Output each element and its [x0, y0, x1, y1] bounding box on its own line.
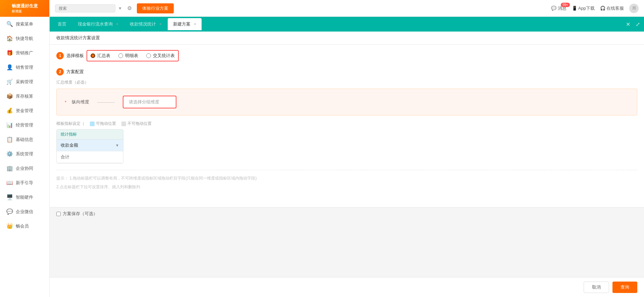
template-cross-option[interactable]: 交叉统计表	[146, 53, 175, 59]
sidebar-item-base-info[interactable]: 📋 基础信息	[0, 132, 49, 147]
step2-header: 2 方案配置	[56, 68, 637, 76]
required-star: *	[65, 100, 66, 105]
metrics-section: 模板指标设定（ 可拖动位置 不可拖动位置 统计指标	[56, 121, 637, 164]
notification-button[interactable]: 💬 消息 99+	[551, 5, 567, 11]
tab-new-plan-label: 新建方案	[173, 21, 191, 27]
step2-section: 2 方案配置 汇总维度（必选） * 纵向维度 ———— 请选择分组维度	[56, 68, 637, 195]
sidebar-item-member[interactable]: 👑 畅会员	[0, 219, 49, 233]
user-avatar[interactable]: 用	[629, 4, 639, 13]
sidebar-item-label: 营销推广	[16, 50, 33, 56]
step1-title: 选择模板	[66, 53, 84, 59]
sidebar-item-search-menu[interactable]: 🔍 搜索菜单	[0, 17, 49, 31]
tab-bank-flow-close[interactable]: ×	[116, 22, 118, 27]
home-icon: 🏠	[6, 35, 13, 42]
topbar-right: 💬 消息 99+ 📱 App下载 🎧 在线客服 用	[551, 4, 639, 13]
template-summary-radio[interactable]	[91, 53, 95, 58]
maximize-button[interactable]: ⤢	[634, 20, 641, 29]
dropdown-arrow-icon[interactable]: ▼	[118, 6, 122, 11]
template-options: 汇总表 明细表 交叉统计表	[87, 50, 179, 61]
message-icon: 💬	[551, 6, 556, 11]
cancel-button[interactable]: 取消	[584, 282, 609, 293]
box-icon: 📦	[6, 93, 13, 99]
settings-button[interactable]: ⚙	[125, 4, 134, 13]
page-content: 收款情况统计方案设置 1 选择模板 汇总表 明细表	[50, 32, 644, 277]
try-industry-button[interactable]: 体验行业方案	[137, 3, 174, 13]
metrics-subtotal: 合计	[57, 151, 123, 163]
sidebar-item-wechat[interactable]: 💬 企业微信	[0, 204, 49, 219]
sidebar-item-system[interactable]: ⚙️ 系统管理	[0, 147, 49, 161]
template-cross-radio[interactable]	[146, 53, 151, 58]
step1-section: 1 选择模板 汇总表 明细表 交叉统计表	[56, 50, 637, 61]
book-icon: 📖	[6, 180, 13, 186]
topbar: ▼ ⚙ 体验行业方案 💬 消息 99+ 📱 App下载 🎧 在线客服 用	[50, 0, 644, 17]
sidebar-item-quick-nav[interactable]: 🏠 快捷导航	[0, 31, 49, 46]
query-button[interactable]: 查询	[612, 282, 637, 293]
step2-title: 方案配置	[66, 69, 84, 75]
sidebar-item-operations[interactable]: 📊 经营管理	[0, 118, 49, 132]
app-name: 畅捷通好生意	[12, 3, 38, 9]
close-all-tabs-button[interactable]: ✕	[625, 20, 632, 29]
tab-new-plan-close[interactable]: ×	[194, 22, 196, 27]
app-version: 标准版	[12, 9, 38, 14]
template-summary-label: 汇总表	[97, 53, 110, 59]
sidebar-item-label: 资金管理	[16, 108, 33, 114]
sidebar-item-label: 经营管理	[16, 122, 33, 128]
sidebar-item-marketing[interactable]: 🎁 营销推广	[0, 46, 49, 60]
sidebar-item-guide[interactable]: 📖 新手引导	[0, 176, 49, 190]
app-logo: 畅捷通好生意 标准版	[0, 0, 49, 17]
sidebar-item-corp[interactable]: 🏢 企业协同	[0, 161, 49, 176]
tab-home-label: 首页	[58, 21, 66, 27]
sidebar-item-finance[interactable]: 💰 资金管理	[0, 103, 49, 118]
sidebar-item-purchase[interactable]: 🛒 采购管理	[0, 75, 49, 89]
metrics-table: 统计指标 收款金额 ▼ 合计	[56, 129, 123, 163]
metrics-setting-label: 模板指标设定（	[56, 121, 85, 127]
template-cross-label: 交叉统计表	[153, 53, 175, 59]
template-summary-option[interactable]: 汇总表	[91, 53, 110, 59]
service-icon: 🎧	[600, 6, 605, 11]
template-detail-option[interactable]: 明细表	[118, 53, 138, 59]
sidebar-item-label: 企业微信	[16, 209, 33, 215]
cart-icon: 🛒	[6, 79, 13, 85]
sidebar-item-inventory[interactable]: 📦 库存核算	[0, 89, 49, 103]
tab-new-plan[interactable]: 新建方案 ×	[168, 18, 202, 30]
sidebar-item-label: 快捷导航	[16, 36, 33, 42]
avatar-text: 用	[632, 6, 636, 11]
search-menu-icon: 🔍	[6, 21, 13, 27]
fixed-legend-item: 不可拖动位置	[121, 121, 152, 127]
sidebar-item-hardware[interactable]: 🖥️ 智能硬件	[0, 190, 49, 204]
tab-bank-flow[interactable]: 现金银行流水查询 ×	[72, 18, 124, 30]
user-icon: 👤	[6, 64, 13, 70]
save-checkbox[interactable]	[56, 212, 61, 216]
tab-home[interactable]: 首页	[52, 18, 72, 30]
metrics-collection-dropdown-icon[interactable]: ▼	[115, 143, 119, 147]
sidebar-item-sales[interactable]: 👤 销售管理	[0, 60, 49, 75]
sidebar-item-label: 新手引导	[16, 180, 33, 186]
tab-collection-stat-label: 收款情况统计	[130, 21, 156, 27]
tabbar-actions: ✕ ⤢	[625, 20, 641, 29]
metrics-row-collection[interactable]: 收款金额 ▼	[57, 140, 123, 151]
fixed-label: 不可拖动位置	[127, 121, 152, 127]
metrics-subtotal-label: 合计	[61, 154, 69, 159]
step2-badge: 2	[56, 68, 64, 76]
template-detail-label: 明细表	[125, 53, 138, 59]
online-service-link[interactable]: 🎧 在线客服	[600, 5, 624, 11]
app-download-link[interactable]: 📱 App下载	[572, 5, 595, 11]
search-input[interactable]	[55, 4, 115, 12]
sidebar-item-label: 畅会员	[16, 223, 29, 229]
tab-collection-stat-close[interactable]: ×	[159, 22, 162, 27]
metrics-collection-label: 收款金额	[61, 142, 78, 148]
drag-legend: 模板指标设定（ 可拖动位置 不可拖动位置	[56, 121, 637, 127]
tab-bank-flow-label: 现金银行流水查询	[78, 21, 113, 27]
main-content: ▼ ⚙ 体验行业方案 💬 消息 99+ 📱 App下载 🎧 在线客服 用	[50, 0, 644, 297]
sidebar-item-label: 搜索菜单	[16, 21, 33, 27]
tab-collection-stat[interactable]: 收款情况统计 ×	[124, 18, 167, 30]
save-checkbox-label[interactable]: 方案保存（可选）	[56, 211, 98, 217]
dimension-label: 汇总维度（必选）	[56, 80, 637, 85]
notification-badge: 99+	[561, 3, 570, 7]
sidebar-item-label: 企业协同	[16, 165, 33, 171]
sidebar-item-label: 库存核算	[16, 93, 33, 99]
tabbar: 首页 现金银行流水查询 × 收款情况统计 × 新建方案 × ✕ ⤢	[50, 17, 644, 32]
download-label: App下载	[578, 5, 595, 11]
template-detail-radio[interactable]	[118, 53, 123, 58]
dimension-select[interactable]: 请选择分组维度	[123, 96, 176, 108]
